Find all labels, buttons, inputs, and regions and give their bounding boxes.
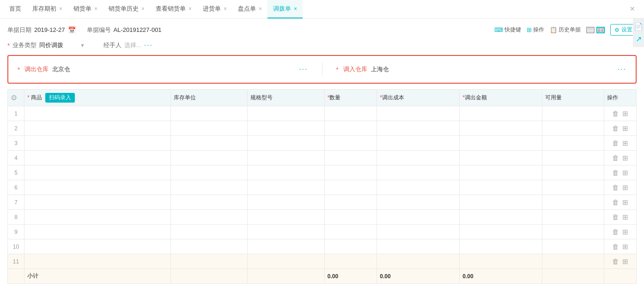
row-quantity-8[interactable] [324,210,377,225]
row-product-8[interactable] [24,210,171,225]
row-amount-5[interactable] [460,165,542,180]
row-delete-icon-2[interactable]: 🗑 [612,124,619,132]
tab-close-sales-history[interactable]: × [141,6,145,12]
tab-close-view-sales[interactable]: × [188,6,192,12]
row-product-6[interactable] [24,180,171,195]
row-copy-icon-9[interactable]: ⊞ [622,228,628,236]
warehouse-out-more-icon[interactable]: ··· [299,65,308,73]
row-unit-3[interactable] [171,136,248,151]
tab-close-sales[interactable]: × [94,6,97,12]
row-cost-8[interactable] [377,210,460,225]
row-delete-icon-10[interactable]: 🗑 [612,243,619,250]
row-spec-5[interactable] [248,165,324,180]
row-spec-1[interactable] [248,106,324,121]
row-unit-8[interactable] [171,210,248,225]
row-unit-5[interactable] [171,165,248,180]
tab-sales-history[interactable]: 销货单历史 × [103,0,150,18]
row-product-3[interactable] [24,136,171,151]
row-copy-icon-5[interactable]: ⊞ [622,169,628,177]
sidebar-expand-icon[interactable]: ↗ [636,35,642,43]
row-copy-icon-3[interactable]: ⊞ [622,139,628,147]
row-delete-icon-7[interactable]: 🗑 [612,198,619,206]
operation-btn[interactable]: ⊞ 操作 [527,26,544,34]
table-gear-icon[interactable]: ⚙ [11,94,17,102]
row-amount-4[interactable] [460,151,542,165]
row-quantity-3[interactable] [324,136,377,151]
row-unit-6[interactable] [171,180,248,195]
row-product-10[interactable] [24,239,171,254]
row-amount-3[interactable] [460,136,542,151]
tab-close-purchase[interactable]: × [224,6,227,12]
layout-grid-btn[interactable] [596,27,605,33]
tab-close-inventory-init[interactable]: × [59,6,62,12]
tab-purchase[interactable]: 进货单 × [197,0,232,18]
row-unit-7[interactable] [171,195,248,210]
row-quantity-9[interactable] [324,225,377,239]
row-cost-5[interactable] [377,165,460,180]
close-main-button[interactable]: × [624,4,640,14]
row-cost-4[interactable] [377,151,460,165]
row-amount-7[interactable] [460,195,542,210]
row-product-4[interactable] [24,151,171,165]
row-copy-icon-6[interactable]: ⊞ [622,183,628,191]
row-amount-6[interactable] [460,180,542,195]
row-quantity-5[interactable] [324,165,377,180]
row-delete-icon-1[interactable]: 🗑 [612,110,619,117]
row-amount-9[interactable] [460,225,542,239]
person-input[interactable]: 选择... [124,41,141,49]
tab-sales[interactable]: 销货单 × [68,0,103,18]
row-delete-icon-6[interactable]: 🗑 [612,183,619,191]
scan-button[interactable]: 扫码录入 [45,93,75,103]
row-quantity-1[interactable] [324,106,377,121]
row-product-5[interactable] [24,165,171,180]
sidebar-doc-icon[interactable]: 📄 [634,22,643,31]
row-spec-8[interactable] [248,210,324,225]
biz-type-select[interactable]: 同价调拨 ▼ [39,41,85,49]
row-amount-10[interactable] [460,239,542,254]
row-copy-icon[interactable]: ⊞ [622,257,628,265]
row-unit-1[interactable] [171,106,248,121]
row-cost-7[interactable] [377,195,460,210]
row-cost-10[interactable] [377,239,460,254]
tab-transfer[interactable]: 调拨单 × [267,0,303,18]
row-product-7[interactable] [24,195,171,210]
row-copy-icon-8[interactable]: ⊞ [622,213,628,221]
row-delete-icon-3[interactable]: 🗑 [612,139,619,147]
row-copy-icon-10[interactable]: ⊞ [622,243,628,250]
row-cost-1[interactable] [377,106,460,121]
tab-close-transfer[interactable]: × [294,6,297,12]
warehouse-in-more-icon[interactable]: ··· [618,65,626,73]
tab-inventory-init[interactable]: 库存期初 × [27,0,68,18]
row-amount-2[interactable] [460,121,542,136]
row-spec-6[interactable] [248,180,324,195]
row-spec-3[interactable] [248,136,324,151]
row-spec-10[interactable] [248,239,324,254]
row-amount-1[interactable] [460,106,542,121]
row-cost-6[interactable] [377,180,460,195]
row-delete-icon-4[interactable]: 🗑 [612,154,619,162]
row-product-2[interactable] [24,121,171,136]
row-quantity-4[interactable] [324,151,377,165]
row-cost-2[interactable] [377,121,460,136]
tab-close-inventory-check[interactable]: × [259,6,262,12]
row-copy-icon-7[interactable]: ⊞ [622,198,628,206]
person-more-icon[interactable]: ··· [144,41,153,49]
layout-list-btn[interactable] [586,27,595,33]
row-unit-2[interactable] [171,121,248,136]
shortcut-btn[interactable]: ⌨ 快捷键 [494,26,521,34]
row-quantity-2[interactable] [324,121,377,136]
row-delete-icon-5[interactable]: 🗑 [612,169,619,177]
row-unit-10[interactable] [171,239,248,254]
row-unit-9[interactable] [171,225,248,239]
row-delete-icon-9[interactable]: 🗑 [612,228,619,236]
row-copy-icon-1[interactable]: ⊞ [622,110,628,117]
tab-inventory-check[interactable]: 盘点单 × [232,0,267,18]
row-copy-icon-4[interactable]: ⊞ [622,154,628,162]
row-quantity-7[interactable] [324,195,377,210]
row-product-1[interactable] [24,106,171,121]
calendar-icon[interactable]: 📅 [68,26,76,34]
row-quantity-6[interactable] [324,180,377,195]
tab-home[interactable]: 首页 [4,0,27,18]
row-delete-icon-8[interactable]: 🗑 [612,213,619,221]
row-copy-icon-2[interactable]: ⊞ [622,124,628,132]
